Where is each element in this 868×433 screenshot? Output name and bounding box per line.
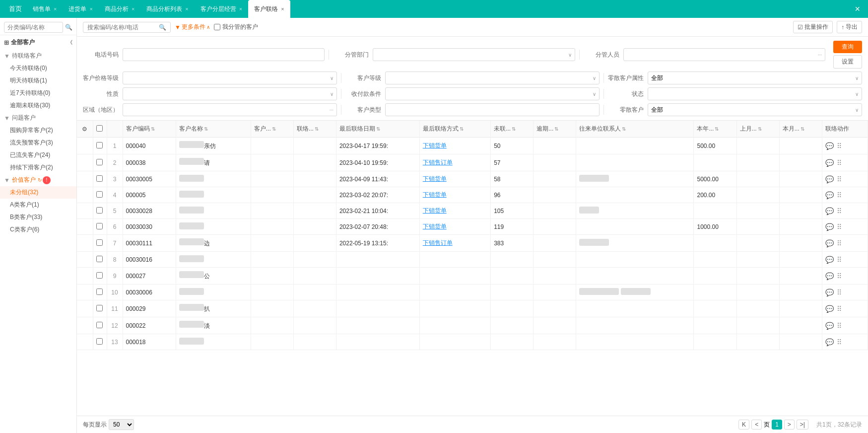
col-last-month[interactable]: 上月...⇅ bbox=[736, 121, 779, 138]
nature-select[interactable]: ∨ bbox=[123, 87, 337, 100]
last-contact-type[interactable]: 下销货单 bbox=[419, 187, 490, 203]
last-contact-type[interactable]: 下销货单 bbox=[419, 203, 490, 219]
message-icon[interactable]: 💬 bbox=[825, 289, 834, 296]
action-cell[interactable]: 💬⠿ bbox=[822, 235, 868, 252]
last-contact-type[interactable]: 下销货单 bbox=[419, 171, 490, 187]
problem-customers-group[interactable]: ▼ 问题客户 bbox=[0, 112, 76, 124]
last-contact-type[interactable]: 下销售订单 bbox=[419, 235, 490, 252]
pending-contact-group[interactable]: ▼ 待联络客户 bbox=[0, 50, 76, 62]
action-cell[interactable]: 💬⠿ bbox=[822, 219, 868, 235]
tab-customer-contact-close[interactable]: × bbox=[281, 6, 284, 12]
col-this-month[interactable]: 本月...⇅ bbox=[779, 121, 822, 138]
row-checkbox[interactable] bbox=[96, 272, 103, 279]
prev-page-button[interactable]: < bbox=[751, 420, 762, 430]
col-last-date[interactable]: 最后联络日期⇅ bbox=[336, 121, 419, 138]
col-type[interactable]: 客户...⇅ bbox=[251, 121, 293, 138]
row-checkbox[interactable] bbox=[96, 322, 103, 328]
row-checkbox-cell[interactable] bbox=[93, 334, 107, 350]
my-customers-checkbox-label[interactable]: 我分管的客户 bbox=[214, 23, 258, 31]
action-cell[interactable]: 💬⠿ bbox=[822, 268, 868, 285]
payment-select[interactable]: ∨ bbox=[385, 87, 600, 100]
row-checkbox[interactable] bbox=[96, 239, 103, 246]
query-button[interactable]: 查询 bbox=[833, 41, 862, 53]
row-checkbox-cell[interactable] bbox=[93, 268, 107, 285]
more-icon[interactable]: ⠿ bbox=[837, 256, 842, 264]
message-icon[interactable]: 💬 bbox=[825, 159, 834, 167]
row-checkbox-cell[interactable] bbox=[93, 171, 107, 187]
value-ungroup[interactable]: 未分组(32) bbox=[0, 186, 76, 199]
contact-type-link[interactable]: 下销货单 bbox=[423, 191, 447, 198]
more-icon[interactable]: ⠿ bbox=[837, 159, 842, 167]
contact-type-link[interactable]: 下销货单 bbox=[423, 142, 447, 149]
action-cell[interactable]: 💬⠿ bbox=[822, 203, 868, 219]
row-checkbox[interactable] bbox=[96, 305, 103, 311]
tab-product-analysis-list-close[interactable]: × bbox=[185, 6, 188, 12]
status-select[interactable]: ∨ bbox=[648, 87, 862, 100]
contact-type-link[interactable]: 下销售订单 bbox=[423, 239, 453, 246]
col-last-type[interactable]: 最后联络方式⇅ bbox=[419, 121, 490, 138]
row-checkbox[interactable] bbox=[96, 338, 103, 345]
search-icon[interactable]: 🔍 bbox=[159, 24, 166, 31]
more-icon[interactable]: ⠿ bbox=[837, 322, 842, 330]
col-name[interactable]: 客户名称⇅ bbox=[176, 121, 251, 138]
message-icon[interactable]: 💬 bbox=[825, 142, 834, 150]
col-settings[interactable]: ⚙ bbox=[77, 121, 93, 138]
row-checkbox-cell[interactable] bbox=[93, 300, 107, 317]
col-this-year[interactable]: 本年...⇅ bbox=[694, 121, 736, 138]
message-icon[interactable]: 💬 bbox=[825, 223, 834, 231]
action-cell[interactable]: 💬⠿ bbox=[822, 171, 868, 187]
customer-level-select[interactable]: ∨ bbox=[385, 72, 600, 84]
message-icon[interactable]: 💬 bbox=[825, 191, 834, 199]
tab-customer-segment-close[interactable]: × bbox=[239, 6, 242, 12]
more-icon[interactable]: ⠿ bbox=[837, 338, 842, 346]
problem-churned[interactable]: 已流失客户(24) bbox=[0, 149, 76, 161]
next-page-button[interactable]: > bbox=[784, 420, 795, 430]
last-contact-type[interactable]: 下销货单 bbox=[419, 219, 490, 235]
contact-type-link[interactable]: 下销售订单 bbox=[423, 159, 453, 166]
col-no-contact[interactable]: 未联...⇅ bbox=[491, 121, 534, 138]
message-icon[interactable]: 💬 bbox=[825, 256, 834, 264]
region-select[interactable]: ··· bbox=[123, 103, 337, 116]
row-checkbox-cell[interactable] bbox=[93, 285, 107, 300]
value-customers-group[interactable]: ▼ 价值客户 ↻ ! bbox=[0, 174, 76, 186]
action-cell[interactable]: 💬⠿ bbox=[822, 334, 868, 350]
row-checkbox[interactable] bbox=[96, 191, 103, 198]
tab-product-analysis[interactable]: 商品分析 × bbox=[99, 0, 140, 18]
col-checkbox[interactable] bbox=[93, 121, 107, 138]
batch-ops-button[interactable]: ☑ 批量操作 bbox=[793, 21, 833, 33]
row-checkbox-cell[interactable] bbox=[93, 154, 107, 171]
message-icon[interactable]: 💬 bbox=[825, 175, 834, 183]
row-checkbox-cell[interactable] bbox=[93, 203, 107, 219]
message-icon[interactable]: 💬 bbox=[825, 239, 834, 247]
last-contact-type[interactable] bbox=[419, 268, 490, 285]
row-checkbox-cell[interactable] bbox=[93, 187, 107, 203]
more-icon[interactable]: ⠿ bbox=[837, 207, 842, 215]
action-cell[interactable]: 💬⠿ bbox=[822, 187, 868, 203]
message-icon[interactable]: 💬 bbox=[825, 338, 834, 346]
tab-product-analysis-list[interactable]: 商品分析列表 × bbox=[140, 0, 194, 18]
row-checkbox-cell[interactable] bbox=[93, 252, 107, 268]
last-contact-type[interactable] bbox=[419, 317, 490, 334]
last-page-button[interactable]: >| bbox=[797, 420, 808, 430]
action-cell[interactable]: 💬⠿ bbox=[822, 285, 868, 300]
row-checkbox-cell[interactable] bbox=[93, 235, 107, 252]
problem-abnormal[interactable]: 囤购异常客户(2) bbox=[0, 124, 76, 137]
main-search-input[interactable] bbox=[87, 24, 157, 31]
last-contact-type[interactable] bbox=[419, 252, 490, 268]
more-conditions-btn[interactable]: ▼ 更多条件 ∧ bbox=[175, 23, 210, 31]
row-checkbox[interactable] bbox=[96, 289, 103, 295]
action-cell[interactable]: 💬⠿ bbox=[822, 317, 868, 334]
action-cell[interactable]: 💬⠿ bbox=[822, 252, 868, 268]
reset-button[interactable]: 设置 bbox=[833, 55, 862, 69]
all-customers-section[interactable]: ⊞ 全部客户 《 bbox=[0, 35, 76, 50]
more-icon[interactable]: ⠿ bbox=[837, 191, 842, 199]
pending-tomorrow[interactable]: 明天待联络(1) bbox=[0, 74, 76, 87]
problem-churn-warning[interactable]: 流失预警客户(3) bbox=[0, 137, 76, 149]
value-b-class[interactable]: B类客户(33) bbox=[0, 211, 76, 223]
more-icon[interactable]: ⠿ bbox=[837, 305, 842, 313]
current-page-button[interactable]: 1 bbox=[772, 420, 782, 430]
row-checkbox[interactable] bbox=[96, 159, 103, 165]
row-checkbox-cell[interactable] bbox=[93, 219, 107, 235]
more-icon[interactable]: ⠿ bbox=[837, 223, 842, 231]
price-level-select[interactable]: ∨ bbox=[123, 72, 337, 84]
